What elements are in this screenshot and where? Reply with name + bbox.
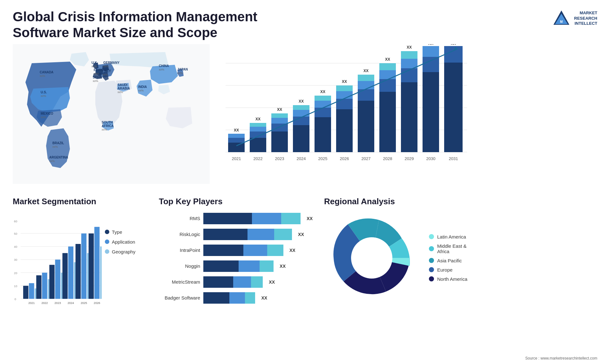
key-players-section: Top Key Players RMS XX RiskLogic bbox=[152, 197, 311, 364]
mea-label: Middle East &Africa bbox=[437, 243, 467, 254]
player-bar-metricstream: XX bbox=[203, 276, 311, 288]
player-metricstream: MetricStream XX bbox=[159, 276, 311, 288]
svg-text:XX: XX bbox=[342, 79, 347, 84]
svg-text:xx%: xx% bbox=[52, 145, 58, 148]
svg-rect-52 bbox=[271, 131, 288, 152]
svg-rect-90 bbox=[401, 59, 417, 68]
player-bar-rms: XX bbox=[203, 213, 311, 224]
page-title: Global Crisis Information Management Sof… bbox=[13, 9, 273, 41]
svg-rect-67 bbox=[315, 96, 331, 101]
svg-text:CANADA: CANADA bbox=[40, 71, 53, 74]
svg-text:SPAIN: SPAIN bbox=[93, 76, 102, 79]
svg-text:M: M bbox=[560, 20, 563, 24]
svg-text:U.K.: U.K. bbox=[92, 61, 98, 64]
north-america-label: North America bbox=[437, 276, 467, 282]
europe-label: Europe bbox=[437, 267, 452, 273]
svg-text:XX: XX bbox=[234, 128, 239, 132]
svg-text:2023: 2023 bbox=[55, 301, 61, 305]
svg-text:XX: XX bbox=[363, 69, 369, 73]
svg-text:XX: XX bbox=[428, 44, 433, 46]
logo: M MARKET RESEARCH INTELLECT bbox=[552, 9, 597, 28]
svg-text:10: 10 bbox=[14, 285, 17, 288]
svg-rect-55 bbox=[271, 113, 288, 118]
svg-text:2029: 2029 bbox=[405, 156, 414, 161]
svg-rect-46 bbox=[250, 138, 266, 152]
svg-text:xx%: xx% bbox=[94, 72, 99, 75]
svg-rect-41 bbox=[228, 143, 245, 152]
svg-text:xx%: xx% bbox=[159, 68, 164, 71]
svg-rect-48 bbox=[250, 127, 266, 131]
svg-text:2031: 2031 bbox=[449, 156, 458, 161]
application-dot bbox=[105, 239, 109, 244]
legend-geography: Geography bbox=[105, 249, 135, 254]
svg-text:2025: 2025 bbox=[318, 156, 328, 161]
segmentation-title: Market Segmentation bbox=[13, 197, 146, 206]
svg-text:60: 60 bbox=[14, 220, 17, 223]
donut-area: Latin America Middle East &Africa Asia P… bbox=[324, 210, 597, 306]
svg-rect-140 bbox=[100, 246, 102, 299]
logo-icon: M bbox=[552, 9, 571, 28]
svg-text:2025: 2025 bbox=[81, 301, 87, 305]
svg-text:2022: 2022 bbox=[254, 156, 263, 161]
svg-text:MEXICO: MEXICO bbox=[41, 112, 53, 115]
north-america-dot bbox=[429, 276, 434, 281]
svg-rect-83 bbox=[379, 79, 396, 92]
svg-text:xx%: xx% bbox=[41, 116, 46, 119]
svg-text:GERMANY: GERMANY bbox=[103, 61, 119, 64]
svg-text:XX: XX bbox=[277, 107, 282, 112]
regional-section: Regional Analysis bbox=[318, 197, 597, 364]
svg-rect-139 bbox=[94, 227, 99, 299]
svg-text:2026: 2026 bbox=[340, 156, 349, 161]
svg-text:xx%: xx% bbox=[102, 128, 107, 131]
svg-text:U.S.: U.S. bbox=[41, 91, 47, 94]
player-bar-badger: XX bbox=[203, 292, 311, 304]
svg-rect-96 bbox=[423, 46, 439, 57]
svg-rect-47 bbox=[250, 131, 266, 138]
regional-title: Regional Analysis bbox=[324, 197, 597, 206]
svg-text:AFRICA: AFRICA bbox=[102, 124, 114, 128]
svg-rect-127 bbox=[55, 260, 60, 299]
svg-text:2027: 2027 bbox=[362, 156, 371, 161]
svg-rect-88 bbox=[401, 82, 417, 152]
svg-text:2024: 2024 bbox=[68, 301, 74, 305]
svg-text:2030: 2030 bbox=[426, 156, 436, 161]
legend-north-america: North America bbox=[429, 276, 467, 282]
svg-rect-61 bbox=[293, 105, 309, 110]
svg-text:ARGENTINA: ARGENTINA bbox=[49, 156, 68, 159]
svg-rect-64 bbox=[315, 117, 331, 152]
player-name-rms: RMS bbox=[159, 216, 200, 221]
svg-rect-126 bbox=[49, 265, 54, 299]
svg-text:30: 30 bbox=[14, 258, 17, 261]
geography-dot bbox=[105, 249, 109, 254]
svg-text:XX: XX bbox=[320, 90, 325, 94]
legend-europe: Europe bbox=[429, 267, 467, 273]
player-bar-noggin: XX bbox=[203, 260, 311, 272]
top-content: CANADA xx% U.S. xx% MEXICO xx% BRAZIL xx… bbox=[0, 44, 610, 190]
svg-rect-131 bbox=[68, 246, 73, 299]
legend-latin-america: Latin America bbox=[429, 234, 467, 239]
svg-rect-122 bbox=[36, 275, 41, 299]
mea-dot bbox=[429, 246, 434, 251]
seg-legend: Type Application Geography bbox=[105, 210, 135, 254]
type-dot bbox=[105, 230, 109, 234]
logo-text: MARKET RESEARCH INTELLECT bbox=[574, 10, 597, 27]
svg-rect-43 bbox=[228, 134, 245, 138]
svg-text:SOUTH: SOUTH bbox=[102, 121, 113, 124]
svg-text:ARABIA: ARABIA bbox=[118, 87, 130, 90]
player-badger: Badger Software XX bbox=[159, 292, 311, 304]
legend-type-label: Type bbox=[112, 229, 122, 235]
svg-rect-79 bbox=[358, 75, 374, 81]
svg-rect-138 bbox=[89, 233, 94, 299]
segmentation-section: Market Segmentation 0 10 20 30 40 50 60 bbox=[13, 197, 146, 364]
player-rms: RMS XX bbox=[159, 213, 311, 224]
regional-legend: Latin America Middle East &Africa Asia P… bbox=[429, 234, 467, 282]
svg-rect-99 bbox=[444, 63, 463, 152]
svg-rect-123 bbox=[42, 273, 47, 299]
svg-text:xx%: xx% bbox=[93, 79, 98, 83]
svg-rect-119 bbox=[29, 283, 34, 299]
svg-text:XX: XX bbox=[299, 99, 304, 104]
svg-rect-65 bbox=[315, 108, 331, 117]
svg-rect-42 bbox=[228, 138, 245, 143]
world-map: CANADA xx% U.S. xx% MEXICO xx% BRAZIL xx… bbox=[13, 44, 210, 184]
asia-pacific-label: Asia Pacific bbox=[437, 258, 462, 263]
